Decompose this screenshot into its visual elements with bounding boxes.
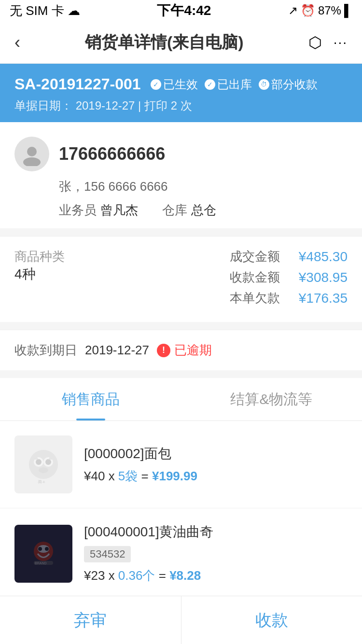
customer-name: 17666666666 <box>59 144 165 164</box>
badge-activated: ✓ 已生效 <box>151 77 198 92</box>
summary-left: 商品种类 4种 <box>14 248 65 283</box>
product-price-2: ¥23 x 0.36个 = ¥8.28 <box>84 567 348 584</box>
sales-value: 曾凡杰 <box>100 202 138 219</box>
sales-label: 业务员 <box>59 202 97 219</box>
summary-row: 商品种类 4种 成交金额 ¥485.30 收款金额 ¥308.95 本单欠款 ¥… <box>14 248 348 310</box>
svg-point-1 <box>23 157 41 166</box>
debt-row: 本单欠款 ¥176.35 <box>230 290 348 307</box>
back-button[interactable]: ‹ <box>14 32 20 53</box>
summary-section: 商品种类 4种 成交金额 ¥485.30 收款金额 ¥308.95 本单欠款 ¥… <box>0 237 362 322</box>
product-image-2: BRAND <box>14 525 72 583</box>
nav-right-actions: ⬡ ··· <box>308 33 348 52</box>
more-icon[interactable]: ··· <box>334 35 348 50</box>
product-qty-2: 0.36个 <box>118 568 155 583</box>
overdue-text: 已逾期 <box>174 342 212 359</box>
due-section: 收款到期日 2019-12-27 ! 已逾期 <box>0 330 362 370</box>
alarm-icon: ⏰ <box>301 4 315 17</box>
tabs: 销售商品 结算&物流等 <box>0 378 362 421</box>
collect-payment-button[interactable]: 收款 <box>181 596 362 644</box>
due-date: 2019-12-27 <box>85 343 149 358</box>
svg-point-12 <box>45 547 49 551</box>
received-label: 收款金额 <box>230 269 280 286</box>
location-icon: ↗ <box>288 4 298 17</box>
svg-point-5 <box>36 459 42 465</box>
battery-text: 87% <box>318 4 341 17</box>
product-image-1: 兽+ <box>14 435 72 493</box>
debt-label: 本单欠款 <box>230 290 280 307</box>
battery-icon: ▌ <box>344 4 352 17</box>
product-total-1: ¥199.99 <box>152 469 197 483</box>
overdue-badge: ! 已逾期 <box>157 342 212 359</box>
nav-bar: ‹ 销货单详情(来自电脑) ⬡ ··· <box>0 21 362 64</box>
svg-point-11 <box>38 547 42 551</box>
check-icon-1: ✓ <box>151 79 161 90</box>
overdue-icon: ! <box>157 344 170 357</box>
warehouse-label: 仓库 <box>162 202 187 219</box>
svg-text:兽+: 兽+ <box>38 479 45 484</box>
summary-right: 成交金额 ¥485.30 收款金额 ¥308.95 本单欠款 ¥176.35 <box>230 248 348 310</box>
banner-badges: ✓ 已生效 ✓ 已出库 ⏱ 部分收款 <box>151 77 318 92</box>
status-bar: 无 SIM 卡 ☁ 下午4:42 ↗ ⏰ 87% ▌ <box>0 0 362 21</box>
svg-point-7 <box>39 467 48 473</box>
status-left: 无 SIM 卡 ☁ <box>10 2 80 19</box>
svg-point-0 <box>27 147 37 156</box>
due-label: 收款到期日 <box>14 342 77 359</box>
share-icon[interactable]: ⬡ <box>308 33 322 52</box>
check-icon-2: ✓ <box>205 79 215 90</box>
product-item-1: 兽+ [0000002]面包 ¥40 x 5袋 = ¥199.99 <box>0 421 362 508</box>
product-total-2: ¥8.28 <box>169 568 201 583</box>
amount-row: 成交金额 ¥485.30 <box>230 248 348 265</box>
amount-label: 成交金额 <box>230 248 280 265</box>
avatar <box>14 137 49 171</box>
customer-phone: 张，156 6666 6666 <box>59 178 348 195</box>
banner-date-info: 单据日期： 2019-12-27 | 打印 2 次 <box>14 98 348 113</box>
clock-icon: ⏱ <box>259 79 269 90</box>
tab-settlement[interactable]: 结算&物流等 <box>181 378 362 420</box>
svg-point-2 <box>29 450 58 479</box>
svg-point-6 <box>45 459 51 465</box>
product-name-1: [0000002]面包 <box>84 445 348 463</box>
product-info-1: [0000002]面包 ¥40 x 5袋 = ¥199.99 <box>84 445 348 485</box>
amount-value: ¥485.30 <box>290 249 348 265</box>
header-banner: SA-20191227-001 ✓ 已生效 ✓ 已出库 ⏱ 部分收款 单据日期：… <box>0 64 362 122</box>
warehouse-value: 总仓 <box>191 202 216 219</box>
badge-shipped: ✓ 已出库 <box>205 77 252 92</box>
category-label: 商品种类 <box>14 248 65 265</box>
order-number: SA-20191227-001 <box>14 75 141 93</box>
reject-button[interactable]: 弃审 <box>0 596 181 644</box>
received-value: ¥308.95 <box>290 270 348 285</box>
bottom-bar: 弃审 收款 <box>0 596 362 644</box>
product-info-2: [000400001]黄油曲奇 534532 ¥23 x 0.36个 = ¥8.… <box>84 523 348 584</box>
received-row: 收款金额 ¥308.95 <box>230 269 348 286</box>
svg-text:BRAND: BRAND <box>35 561 47 565</box>
customer-meta: 业务员 曾凡杰 仓库 总仓 <box>59 202 348 219</box>
debt-value: ¥176.35 <box>290 291 348 306</box>
product-list: 兽+ [0000002]面包 ¥40 x 5袋 = ¥199.99 <box>0 421 362 599</box>
badge-partial: ⏱ 部分收款 <box>259 77 318 92</box>
product-qty-1: 5袋 <box>118 469 138 483</box>
product-sku-2: 534532 <box>84 546 131 562</box>
tab-sales-products[interactable]: 销售商品 <box>0 378 181 420</box>
sim-text: 无 SIM 卡 ☁ <box>10 2 80 19</box>
banner-top-row: SA-20191227-001 ✓ 已生效 ✓ 已出库 ⏱ 部分收款 <box>14 75 348 93</box>
product-item-2: BRAND [000400001]黄油曲奇 534532 ¥23 x 0.36个… <box>0 508 362 599</box>
product-name-2: [000400001]黄油曲奇 <box>84 523 348 541</box>
category-value: 4种 <box>14 265 65 283</box>
customer-section: 17666666666 张，156 6666 6666 业务员 曾凡杰 仓库 总… <box>0 122 362 228</box>
customer-name-row: 17666666666 <box>14 137 348 171</box>
status-time: 下午4:42 <box>157 1 211 20</box>
status-right: ↗ ⏰ 87% ▌ <box>288 4 352 17</box>
page-title: 销货单详情(来自电脑) <box>85 31 244 54</box>
product-price-1: ¥40 x 5袋 = ¥199.99 <box>84 468 348 485</box>
tabs-separator <box>0 370 362 378</box>
